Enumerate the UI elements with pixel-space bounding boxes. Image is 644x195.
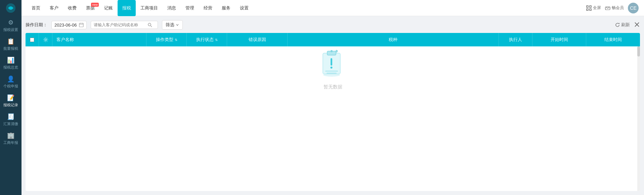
close-icon [634,22,640,28]
nav-tax[interactable]: 报税 [118,0,136,16]
nav-operation[interactable]: 经营 [199,0,217,16]
select-all-checkbox[interactable] [30,38,34,42]
sidebar-item-label: 报税记录 [3,103,18,108]
svg-rect-1 [587,6,588,7]
empty-illustration [318,46,348,80]
sidebar: ⚙ 报税设置 📋 批量报税 📊 报税总览 👤 个税申报 📝 报税记录 🧾 汇算清… [0,0,22,195]
sidebar-logo [0,0,22,16]
record-icon: 📝 [7,94,14,102]
nav-service[interactable]: 服务 [217,0,235,16]
svg-rect-6 [79,23,83,27]
th-starttime: 开始时间 [532,33,586,46]
sidebar-item-huisuanqingjiao[interactable]: 🧾 汇算清缴 [0,110,22,129]
svg-rect-2 [590,6,591,7]
fullscreen-button[interactable]: 全屏 [586,5,601,11]
search-box[interactable] [91,21,158,29]
th-executor: 执行人 [499,33,532,46]
sort-icon-optype: ⇅ [175,38,177,42]
th-name: 客户名称 [52,33,146,46]
svg-point-16 [330,67,332,69]
calendar-icon [79,23,84,27]
nav-invoice[interactable]: 票据 new [81,0,99,16]
svg-point-7 [148,23,151,26]
vip-icon [605,5,610,11]
table-body: 暂无数据 [26,46,640,191]
sidebar-item-label: 个税申报 [3,84,18,89]
svg-rect-17 [325,71,338,72]
svg-point-8 [45,39,46,41]
table-container: 客户名称 操作类型 ⇅ 执行状态 ⇅ 错误原因 税种 执行人 [26,33,640,191]
scrollbar-track[interactable] [637,46,640,191]
th-settings[interactable] [39,33,52,46]
sidebar-item-label: 报税总览 [3,65,18,70]
toolbar-right: 刷新 [615,22,640,29]
nav-home[interactable]: 首页 [27,0,45,16]
nav-items: 首页 客户 收费 票据 new 记账 报税 工商项目 消息 管理 经营 服务 设… [27,0,586,16]
overview-icon: 📊 [7,56,14,64]
fullscreen-icon [586,5,592,11]
search-icon [147,23,152,27]
svg-rect-15 [331,58,332,66]
empty-text: 暂无数据 [324,84,342,90]
topnav-right: 全屏 畅会员 CE [586,3,639,13]
nav-client[interactable]: 客户 [45,0,63,16]
nav-management[interactable]: 管理 [181,0,199,16]
sort-icon-execstatus: ⇅ [215,38,218,42]
sidebar-item-baoshuishezhi[interactable]: ⚙ 报税设置 [0,16,22,35]
close-button[interactable] [634,22,640,29]
sidebar-item-baoshuizonglan[interactable]: 📊 报税总览 [0,54,22,73]
toolbar: 操作日期： 2023-06-06 筛选 [26,20,640,30]
th-endtime: 结束时间 [586,33,640,46]
th-optype[interactable]: 操作类型 ⇅ [146,33,187,46]
th-execstatus[interactable]: 执行状态 ⇅ [187,33,227,46]
th-errorreason: 错误原因 [227,33,288,46]
sidebar-item-label: 工商年报 [3,140,18,145]
batch-report-icon: 📋 [7,38,14,45]
nav-settings[interactable]: 设置 [235,0,253,16]
content-area: 操作日期： 2023-06-06 筛选 [22,16,644,195]
vip-button[interactable]: 畅会员 [605,5,624,11]
empty-state: 暂无数据 [26,46,640,90]
sidebar-item-gongshangnianbao[interactable]: 🏢 工商年报 [0,129,22,148]
person-tax-icon: 👤 [7,75,14,83]
sidebar-item-baoshuijilu[interactable]: 📝 报税记录 [0,91,22,110]
settings-icon: ⚙ [8,19,13,26]
topnav: 首页 客户 收费 票据 new 记账 报税 工商项目 消息 管理 经营 服务 设… [22,0,644,16]
table-header: 客户名称 操作类型 ⇅ 执行状态 ⇅ 错误原因 税种 执行人 [26,33,640,46]
svg-rect-3 [587,9,588,10]
main-area: 首页 客户 收费 票据 new 记账 报税 工商项目 消息 管理 经营 服务 设… [22,0,644,195]
svg-point-14 [331,50,333,52]
date-label: 操作日期： [26,22,47,28]
sidebar-item-label: 批量报税 [3,46,18,51]
svg-point-19 [323,73,340,77]
th-checkbox[interactable] [26,33,39,46]
annual-report-icon: 🏢 [7,132,14,139]
sidebar-item-label: 汇算清缴 [3,121,18,126]
sidebar-item-geshuishenbao[interactable]: 👤 个税申报 [0,73,22,91]
refresh-icon [615,23,620,27]
date-input[interactable]: 2023-06-06 [51,21,87,29]
refresh-button[interactable]: 刷新 [615,22,630,28]
scrollbar-thumb[interactable] [637,46,640,56]
nav-message[interactable]: 消息 [163,0,181,16]
nav-badge-new: new [91,3,99,7]
sidebar-item-label: 报税设置 [3,27,18,32]
nav-industrial[interactable]: 工商项目 [136,0,163,16]
chevron-down-icon [176,23,179,27]
svg-rect-4 [590,9,591,10]
nav-fee[interactable]: 收费 [63,0,81,16]
nav-bookkeeping[interactable]: 记账 [99,0,118,16]
search-input[interactable] [94,23,147,27]
avatar[interactable]: CE [628,3,639,13]
column-settings-icon [43,37,48,42]
sidebar-item-piliangshuishui[interactable]: 📋 批量报税 [0,35,22,54]
filter-button[interactable]: 筛选 [162,20,183,30]
th-taxtype: 税种 [288,33,499,46]
settlement-icon: 🧾 [7,113,14,120]
